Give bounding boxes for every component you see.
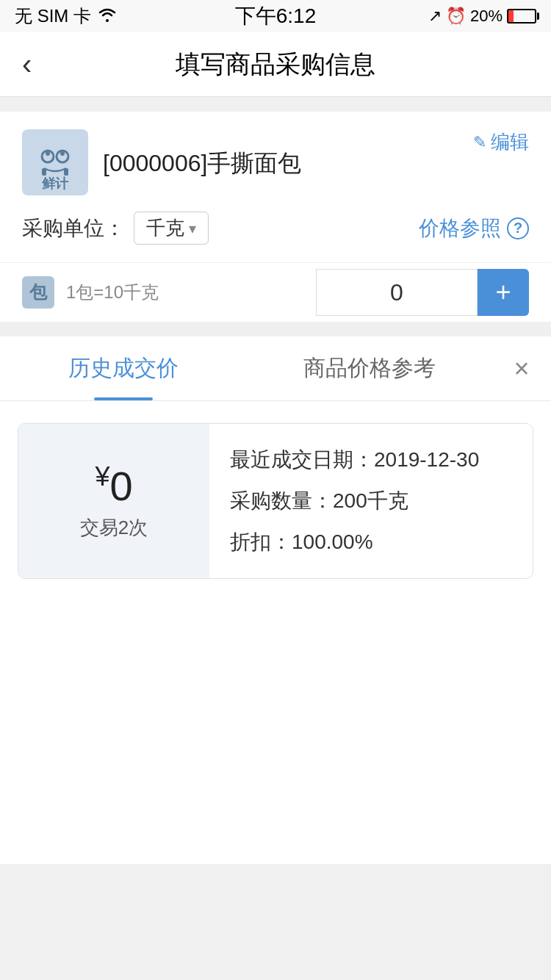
product-name: [0000006]手撕面包: [103, 148, 301, 180]
tab-close-button[interactable]: ×: [492, 336, 551, 400]
status-right: ↗ ⏰ 20%: [428, 7, 536, 26]
price-ref-label: 价格参照: [419, 215, 501, 242]
tab-history-price[interactable]: 历史成交价: [0, 336, 246, 400]
date-label: 最近成交日期：: [230, 448, 374, 471]
time-display: 下午6:12: [235, 2, 317, 30]
price-left-panel: ¥0 交易2次: [18, 424, 209, 578]
chevron-down-icon: ▾: [189, 220, 196, 237]
tab-header: 历史成交价 商品价格参考 ×: [0, 336, 551, 401]
svg-point-3: [60, 151, 65, 156]
price-value: 0: [109, 462, 132, 508]
bag-icon: 包: [22, 276, 54, 309]
content-area: ¥0 交易2次 最近成交日期：2019-12-30 采购数量：200千克 折扣：…: [0, 423, 551, 864]
purchase-unit-label: 采购单位：: [22, 215, 125, 242]
nav-title: 填写商品采购信息: [176, 48, 375, 82]
unit-value: 千克: [146, 215, 184, 241]
nav-bar: ‹ 填写商品采购信息: [0, 32, 551, 97]
battery-percentage: 20%: [470, 7, 503, 26]
edit-icon: ✎: [473, 133, 486, 152]
product-header: 鲜计 [0000006]手撕面包 ✎ 编辑: [22, 129, 529, 195]
quantity-label: 包 1包=10千克: [22, 276, 159, 309]
price-amount: ¥0: [95, 461, 132, 510]
discount-label: 折扣：: [230, 530, 292, 553]
status-left: 无 SIM 卡: [15, 4, 118, 28]
price-detail-discount: 折扣：100.00%: [230, 528, 512, 556]
status-bar: 无 SIM 卡 下午6:12 ↗ ⏰ 20%: [0, 0, 551, 32]
price-detail-quantity: 采购数量：200千克: [230, 487, 512, 515]
tab-history-label: 历史成交价: [68, 353, 179, 383]
location-icon: ↗: [428, 7, 442, 26]
unit-hint: 1包=10千克: [66, 281, 159, 304]
product-card: 鲜计 [0000006]手撕面包 ✎ 编辑 采购单位： 千克 ▾ 价格参照 ?: [0, 112, 551, 262]
carrier-text: 无 SIM 卡: [15, 4, 91, 28]
purchase-unit: 采购单位： 千克 ▾: [22, 212, 209, 245]
date-value: 2019-12-30: [374, 448, 479, 471]
tab-section: 历史成交价 商品价格参考 × ¥0 交易2次 最近成交日期：2019-12-30…: [0, 336, 551, 864]
tab-price-reference[interactable]: 商品价格参考: [246, 336, 492, 400]
discount-value: 100.00%: [292, 530, 373, 553]
back-button[interactable]: ‹: [22, 48, 32, 81]
price-detail-date: 最近成交日期：2019-12-30: [230, 446, 512, 474]
help-icon: ?: [507, 217, 529, 239]
price-ref-button[interactable]: 价格参照 ?: [419, 215, 529, 242]
product-left: 鲜计 [0000006]手撕面包: [22, 129, 301, 195]
currency-symbol: ¥: [95, 461, 109, 491]
quantity-section: 包 1包=10千克 +: [0, 263, 551, 322]
tab-reference-label: 商品价格参考: [303, 353, 436, 383]
quantity-input[interactable]: [316, 269, 478, 316]
quantity-control: +: [316, 269, 529, 316]
quantity-plus-button[interactable]: +: [478, 269, 529, 316]
quantity-label-detail: 采购数量：: [230, 489, 333, 512]
edit-label: 编辑: [491, 129, 529, 155]
battery-icon: [507, 9, 536, 24]
edit-button[interactable]: ✎ 编辑: [473, 129, 529, 155]
price-card: ¥0 交易2次 最近成交日期：2019-12-30 采购数量：200千克 折扣：…: [18, 423, 533, 579]
product-info-row: 采购单位： 千克 ▾ 价格参照 ?: [22, 212, 529, 245]
unit-select[interactable]: 千克 ▾: [134, 212, 209, 245]
alarm-icon: ⏰: [446, 7, 466, 26]
wifi-icon: [97, 6, 118, 26]
price-trades: 交易2次: [80, 515, 148, 541]
price-right-panel: 最近成交日期：2019-12-30 采购数量：200千克 折扣：100.00%: [209, 424, 533, 578]
svg-point-2: [46, 151, 50, 156]
product-thumbnail: 鲜计: [22, 129, 88, 195]
quantity-value: 200千克: [333, 489, 408, 512]
